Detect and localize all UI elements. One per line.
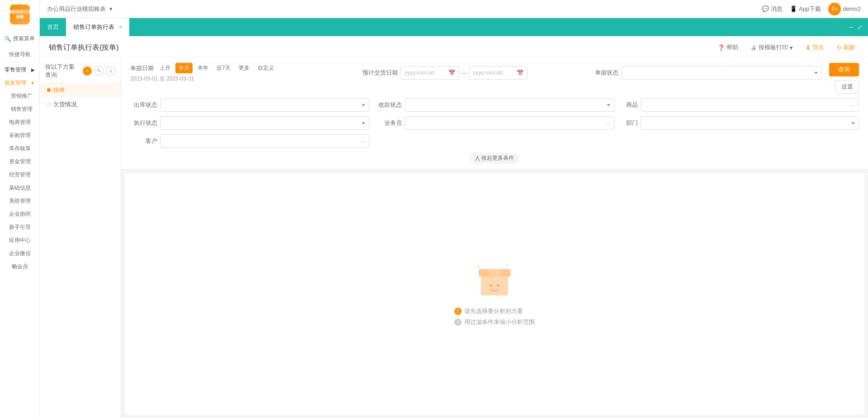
sidebar-item-apps[interactable]: 应用中心 bbox=[0, 234, 39, 247]
goods-input[interactable]: ··· bbox=[641, 98, 859, 112]
date-label-row: 单据日期 上月 本月 本年 近7天 更多 自定义 bbox=[130, 63, 357, 73]
inactive-dot-icon bbox=[47, 103, 51, 106]
help-button[interactable]: ❓ 帮助 bbox=[714, 42, 742, 53]
date-tab-custom[interactable]: 自定义 bbox=[255, 63, 277, 73]
search-menu-button[interactable]: 🔍 搜索菜单 bbox=[5, 33, 35, 44]
empty-hint-area: 1 请先选择要分析的方案 2 用过滤条件来缩小分析范围 bbox=[454, 307, 535, 329]
tab-bar: 首页 销售订单执行表 × ─ ⤢ bbox=[40, 18, 868, 36]
collection-status-filter: 收款状态 bbox=[375, 98, 614, 112]
tab-close-icon[interactable]: × bbox=[119, 24, 122, 30]
breadcrumb-area: 办公用品行业模拟账表 ▾ bbox=[47, 5, 113, 13]
exec-status-select[interactable] bbox=[160, 116, 369, 130]
export-icon: ⬇ bbox=[806, 44, 811, 51]
download-icon: 📱 bbox=[790, 5, 797, 12]
refresh-button[interactable]: ↻ 刷新 bbox=[833, 42, 859, 53]
logo-icon: 畅捷送好生意 标账 bbox=[10, 5, 30, 24]
department-label: 部门 bbox=[620, 119, 638, 127]
exec-status-filter: 执行状态 bbox=[130, 116, 369, 130]
department-select[interactable] bbox=[641, 116, 859, 130]
page-title: 销售订单执行表(按单) bbox=[49, 43, 119, 52]
empty-hint-2: 2 用过滤条件来缩小分析范围 bbox=[454, 318, 535, 326]
scheme-item-欠货情况[interactable]: 欠货情况 bbox=[40, 97, 121, 112]
message-button[interactable]: 💬 消息 bbox=[762, 5, 783, 13]
date-tab-7days[interactable]: 近7天 bbox=[213, 63, 234, 73]
filter-row-1: 单据日期 上月 本月 本年 近7天 更多 自定义 2023 bbox=[130, 63, 859, 94]
left-panel: 按以下方案查询 + ✎ « 按单 欠货情况 bbox=[40, 57, 121, 418]
svg-text:✦: ✦ bbox=[506, 263, 509, 267]
delivery-date-inputs: yyyy-mm-dd 📅 — yyyy-mm-dd 📅 bbox=[401, 66, 528, 80]
expand-icon[interactable]: ⤢ bbox=[857, 24, 863, 31]
export-button[interactable]: ⬇ 导出 bbox=[802, 42, 828, 53]
out-stock-select[interactable] bbox=[160, 98, 369, 112]
sidebar-item-member[interactable]: 畅会员 bbox=[0, 260, 39, 273]
sidebar-item-newbie[interactable]: 新手引导 bbox=[0, 221, 39, 234]
date-tab-more[interactable]: 更多 bbox=[236, 63, 253, 73]
sidebar-item-operation[interactable]: 经营管理 bbox=[0, 168, 39, 181]
settings-button[interactable]: 设置 bbox=[835, 80, 859, 94]
goods-more-icon[interactable]: ··· bbox=[850, 102, 855, 109]
goods-filter: 商品 ··· bbox=[620, 98, 859, 112]
left-panel-header: 按以下方案查询 + ✎ « bbox=[40, 63, 121, 83]
sidebar-item-sales[interactable]: 销售管理 bbox=[0, 103, 39, 116]
svg-rect-2 bbox=[489, 269, 500, 276]
active-tab-label: 销售订单执行表 bbox=[73, 23, 114, 31]
app-download-button[interactable]: 📱 App下载 bbox=[790, 5, 821, 13]
date-tab-this-year[interactable]: 本年 bbox=[194, 63, 212, 73]
refresh-icon: ↻ bbox=[837, 44, 842, 51]
salesperson-filter: 业务员 ··· bbox=[375, 116, 614, 130]
collection-status-select[interactable] bbox=[405, 98, 614, 112]
customer-more-icon[interactable]: ··· bbox=[360, 138, 365, 145]
date-separator: — bbox=[461, 70, 467, 76]
tab-home[interactable]: 首页 bbox=[40, 18, 66, 36]
tab-sales-order[interactable]: 销售订单执行表 × bbox=[66, 18, 129, 36]
out-stock-arrow bbox=[362, 104, 365, 106]
sidebar-item-system[interactable]: 系统管理 bbox=[0, 195, 39, 208]
empty-hint-1: 1 请先选择要分析的方案 bbox=[454, 307, 535, 315]
content-area: 按以下方案查询 + ✎ « 按单 欠货情况 bbox=[40, 57, 868, 418]
active-dot-icon bbox=[47, 88, 51, 92]
breadcrumb-dropdown-icon[interactable]: ▾ bbox=[109, 5, 113, 12]
date-range-display: 2023-03-01 至 2023-03-31 bbox=[130, 75, 357, 83]
app-logo[interactable]: 畅捷送好生意 标账 bbox=[0, 0, 39, 29]
query-buttons: 查询 设置 bbox=[829, 63, 859, 94]
date-tab-last-month[interactable]: 上月 bbox=[156, 63, 174, 73]
collapse-panel-button[interactable]: « bbox=[106, 66, 115, 76]
customer-input[interactable]: ··· bbox=[160, 134, 369, 148]
add-scheme-button[interactable]: + bbox=[83, 66, 92, 76]
customer-filter: 客户 ··· bbox=[130, 134, 369, 148]
salesperson-input[interactable]: ··· bbox=[405, 116, 614, 130]
exec-status-arrow bbox=[362, 122, 365, 124]
sidebar-item-ecom[interactable]: 电商管理 bbox=[0, 116, 39, 129]
sidebar-item-quicknav[interactable]: 快捷导航 bbox=[0, 48, 39, 61]
sidebar-item-marketing[interactable]: 营销推广 bbox=[0, 90, 39, 103]
left-panel-title: 按以下方案查询 bbox=[45, 63, 80, 79]
sidebar-item-wechat[interactable]: 企业微信 bbox=[0, 247, 39, 260]
query-button[interactable]: 查询 bbox=[829, 63, 859, 76]
empty-illustration-area: ✦ ✦ ✦ bbox=[472, 259, 517, 300]
minimize-icon[interactable]: ─ bbox=[849, 24, 854, 31]
avatar: Ea bbox=[828, 3, 841, 15]
scheme-item-按单[interactable]: 按单 bbox=[40, 83, 121, 97]
sidebar-item-retail[interactable]: 零售管理 ▶ bbox=[0, 63, 39, 76]
template-print-button[interactable]: 🖨 按模板打印 ▾ bbox=[747, 42, 797, 53]
sidebar-item-purchase[interactable]: 采购管理 bbox=[0, 129, 39, 142]
delivery-date-end-input[interactable]: yyyy-mm-dd 📅 bbox=[469, 66, 528, 80]
sidebar-item-enterprise[interactable]: 企业协同 bbox=[0, 208, 39, 221]
delivery-date-start-input[interactable]: yyyy-mm-dd 📅 bbox=[401, 66, 459, 80]
top-bar-right: 💬 消息 📱 App下载 Ea demo2 bbox=[762, 3, 861, 15]
page-actions: ❓ 帮助 🖨 按模板打印 ▾ ⬇ 导出 ↻ 刷新 bbox=[714, 42, 859, 53]
filter-section: 单据日期 上月 本月 本年 近7天 更多 自定义 2023 bbox=[121, 57, 868, 170]
doc-status-filter: 单据状态 bbox=[595, 66, 822, 80]
sidebar-item-basic[interactable]: 基础信息 bbox=[0, 181, 39, 195]
date-tab-this-month[interactable]: 本月 bbox=[175, 63, 193, 73]
user-profile[interactable]: Ea demo2 bbox=[828, 3, 861, 15]
svg-text:✦: ✦ bbox=[509, 275, 511, 278]
doc-status-select[interactable] bbox=[621, 66, 822, 80]
sidebar-item-inventory[interactable]: 库存核算 bbox=[0, 142, 39, 155]
collapse-filter-button[interactable]: ⋀ 收起更多条件 bbox=[470, 152, 519, 164]
salesperson-more-icon[interactable]: ··· bbox=[605, 120, 610, 127]
edit-scheme-button[interactable]: ✎ bbox=[94, 66, 104, 76]
sidebar: 畅捷送好生意 标账 🔍 搜索菜单 快捷导航 零售管理 ▶ 批发管理 ▼ 营销推广… bbox=[0, 0, 40, 418]
sidebar-item-finance[interactable]: 资金管理 bbox=[0, 155, 39, 168]
sidebar-item-wholesale[interactable]: 批发管理 ▼ bbox=[0, 76, 39, 90]
